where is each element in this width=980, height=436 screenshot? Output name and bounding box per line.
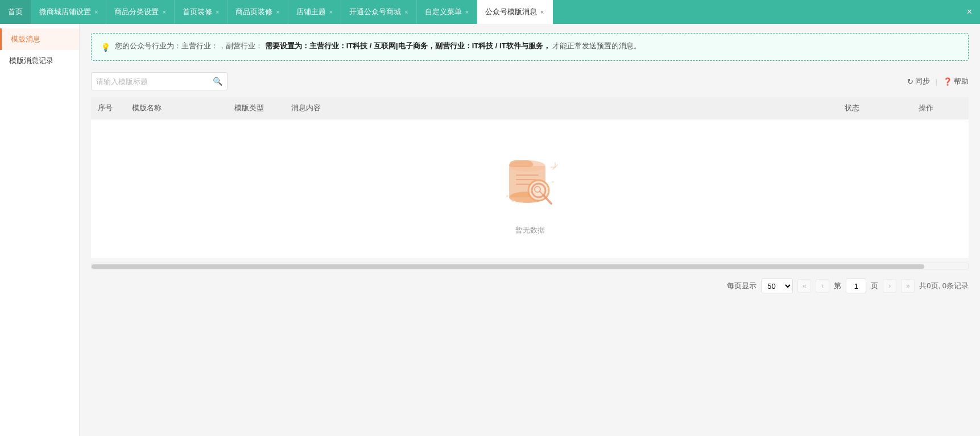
- col-header-status: 状态: [838, 97, 912, 119]
- empty-text: 暂无数据: [91, 225, 969, 235]
- nav-label-weshop-settings: 微商城店铺设置: [39, 7, 91, 17]
- svg-point-11: [511, 198, 515, 202]
- nav-label-product-category: 商品分类设置: [114, 7, 159, 17]
- sync-label: 同步: [915, 76, 930, 86]
- nav-item-shop-theme[interactable]: 店铺主题 ×: [288, 0, 341, 24]
- nav-label-home-decoration: 首页装修: [183, 7, 212, 17]
- table-wrapper: 序号 模版名称 模版类型 消息内容 状态: [91, 97, 969, 258]
- help-button[interactable]: ❓ 帮助: [943, 76, 969, 86]
- sidebar-label-template-message: 模版消息: [11, 35, 40, 43]
- nav-close-weshop-settings[interactable]: ×: [94, 9, 98, 15]
- prev-page-button[interactable]: ‹: [816, 279, 829, 293]
- nav-item-template-message[interactable]: 公众号模版消息 ×: [477, 0, 552, 24]
- sidebar: 模版消息 模版消息记录: [0, 24, 80, 436]
- nav-item-home[interactable]: 首页: [0, 0, 31, 24]
- top-nav: 首页 微商城店铺设置 × 商品分类设置 × 首页装修 × 商品页装修 × 店铺主…: [0, 0, 980, 24]
- first-page-button[interactable]: «: [797, 279, 811, 293]
- page-word-after: 页: [871, 281, 878, 291]
- scrollbar-thumb: [92, 264, 924, 269]
- notice-highlight: 需要设置为：主营行业：IT科技 / 互联网|电子商务，副营行业：IT科技 / I…: [265, 41, 551, 50]
- svg-point-13: [552, 181, 554, 183]
- notice-box: 💡 您的公众号行业为：主营行业：，副营行业： 需要设置为：主营行业：IT科技 /…: [91, 33, 969, 61]
- col-header-type: 模版类型: [228, 97, 284, 119]
- page-size-select[interactable]: 50 10 20 100: [761, 279, 793, 293]
- nav-item-product-category[interactable]: 商品分类设置 ×: [106, 0, 174, 24]
- nav-label-open-mall: 开通公众号商城: [349, 7, 401, 17]
- col-header-content: 消息内容: [284, 97, 838, 119]
- notice-text: 您的公众号行业为：主营行业：，副营行业： 需要设置为：主营行业：IT科技 / 互…: [115, 40, 641, 52]
- sync-icon: ↻: [907, 77, 913, 86]
- nav-close-all-button[interactable]: ×: [959, 0, 980, 24]
- next-page-button[interactable]: ›: [883, 279, 896, 293]
- sidebar-label-template-message-records: 模版消息记录: [9, 56, 53, 65]
- table-empty-row: 暂无数据: [91, 119, 969, 259]
- nav-item-open-mall[interactable]: 开通公众号商城 ×: [341, 0, 416, 24]
- search-wrapper: 🔍: [91, 72, 228, 90]
- nav-close-shop-theme[interactable]: ×: [329, 9, 333, 15]
- total-info: 共0页, 0条记录: [919, 281, 969, 291]
- nav-label-custom-menu: 自定义菜单: [425, 7, 462, 17]
- current-page-input[interactable]: [846, 279, 866, 293]
- nav-close-product-decoration[interactable]: ×: [276, 9, 279, 15]
- nav-item-weshop-settings[interactable]: 微商城店铺设置 ×: [31, 0, 106, 24]
- toolbar: 🔍 ↻ 同步 | ❓ 帮助: [91, 72, 969, 90]
- nav-item-custom-menu[interactable]: 自定义菜单 ×: [417, 0, 477, 24]
- empty-illustration: [496, 153, 564, 216]
- search-icon[interactable]: 🔍: [213, 77, 222, 86]
- nav-item-product-decoration[interactable]: 商品页装修 ×: [228, 0, 288, 24]
- sidebar-item-template-message-records[interactable]: 模版消息记录: [0, 50, 79, 72]
- nav-close-open-mall[interactable]: ×: [404, 9, 408, 15]
- sidebar-item-template-message[interactable]: 模版消息: [0, 28, 79, 50]
- content-area: 💡 您的公众号行业为：主营行业：，副营行业： 需要设置为：主营行业：IT科技 /…: [80, 24, 980, 436]
- toolbar-divider: |: [936, 77, 937, 86]
- nav-close-product-category[interactable]: ×: [162, 9, 166, 15]
- nav-close-template-message[interactable]: ×: [540, 9, 544, 15]
- notice-text-after: 才能正常发送预置的消息。: [552, 41, 641, 50]
- pagination: 每页显示 50 10 20 100 « ‹ 第 页 › » 共0页, 0条记录: [91, 274, 969, 298]
- nav-label-shop-theme: 店铺主题: [296, 7, 326, 17]
- nav-label-home: 首页: [8, 7, 23, 17]
- notice-text-before: 您的公众号行业为：主营行业：，副营行业：: [115, 41, 263, 50]
- col-header-action: 操作: [912, 97, 969, 119]
- search-input[interactable]: [96, 77, 213, 86]
- table-header-row: 序号 模版名称 模版类型 消息内容 状态: [91, 97, 969, 119]
- nav-item-home-decoration[interactable]: 首页装修 ×: [175, 0, 228, 24]
- page-word-before: 第: [834, 281, 841, 291]
- nav-close-home-decoration[interactable]: ×: [216, 9, 219, 15]
- page-size-label: 每页显示: [727, 281, 756, 291]
- svg-point-12: [506, 195, 508, 197]
- col-header-seq: 序号: [91, 97, 125, 119]
- nav-label-product-decoration: 商品页装修: [235, 7, 272, 17]
- sync-button[interactable]: ↻ 同步: [907, 76, 930, 86]
- toolbar-right: ↻ 同步 | ❓ 帮助: [907, 76, 969, 86]
- empty-state: 暂无数据: [91, 119, 969, 258]
- nav-close-custom-menu[interactable]: ×: [465, 9, 469, 15]
- last-page-button[interactable]: »: [901, 279, 915, 293]
- col-header-name: 模版名称: [125, 97, 228, 119]
- notice-icon: 💡: [101, 41, 110, 53]
- help-icon: ❓: [943, 77, 952, 86]
- help-label: 帮助: [954, 76, 969, 86]
- nav-label-template-message: 公众号模版消息: [485, 7, 537, 17]
- data-table: 序号 模版名称 模版类型 消息内容 状态: [91, 97, 969, 258]
- horizontal-scrollbar[interactable]: [91, 263, 969, 269]
- main-layout: 模版消息 模版消息记录 💡 您的公众号行业为：主营行业：，副营行业： 需要设置为…: [0, 24, 980, 436]
